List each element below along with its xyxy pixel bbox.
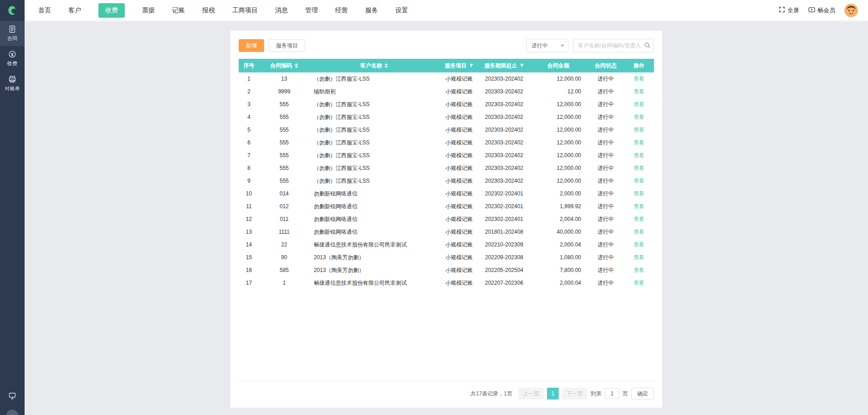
cell-service-item: 小规模记账 <box>439 85 479 98</box>
view-link[interactable]: 查看 <box>633 139 644 146</box>
cell-actions: 查看 <box>624 277 654 289</box>
cell-contract-amount: 12,000.00 <box>529 149 587 162</box>
filter-icon[interactable] <box>520 63 524 68</box>
nav-item-home[interactable]: 首页 <box>38 3 51 18</box>
goto-page-input[interactable] <box>605 388 619 399</box>
cell-service-item: 小规模记账 <box>439 111 479 123</box>
view-link[interactable]: 查看 <box>633 203 644 210</box>
service-items-button[interactable]: 服务项目 <box>269 39 305 52</box>
table-header-row: 序号 合同编码 客户名称 服务项目 服务期限起止 合同金额 合同状态 操作 <box>239 59 654 72</box>
nav-item-tax[interactable]: 报税 <box>202 3 215 18</box>
table-row: 3 555 （勿删）江西服宝-LSS 小规模记账 202303-202402 1… <box>239 98 654 111</box>
col-service-item[interactable]: 服务项目 <box>439 59 479 72</box>
sidebar-item-fee[interactable]: 收费 <box>0 46 25 71</box>
cell-service-item: 小规模记账 <box>439 200 479 213</box>
cell-service-period: 202210-202309 <box>479 238 529 251</box>
filter-icon[interactable] <box>469 63 474 68</box>
cell-customer-name: （勿删）江西服宝-LSS <box>309 149 439 162</box>
avatar[interactable] <box>844 4 858 17</box>
nav-item-bookkeeping[interactable]: 记账 <box>172 3 185 18</box>
view-link[interactable]: 查看 <box>633 190 644 197</box>
sidebar-item-service-desk[interactable] <box>0 388 25 404</box>
nav-item-operations[interactable]: 经营 <box>335 3 348 18</box>
cell-customer-name: （勿删）江西服宝-LSS <box>309 123 439 136</box>
sidebar-item-contract[interactable]: 合同 <box>0 21 25 46</box>
nav-item-invoices[interactable]: 票据 <box>142 3 155 18</box>
cell-contract-status: 进行中 <box>587 174 624 187</box>
cell-contract-code: 555 <box>259 174 309 187</box>
cell-customer-name: （勿删）江西服宝-LSS <box>309 72 439 85</box>
table-row: 5 555 （勿删）江西服宝-LSS 小规模记账 202303-202402 1… <box>239 123 654 136</box>
sidebar-item-label: 合同 <box>7 35 17 42</box>
col-customer-name[interactable]: 客户名称 <box>309 59 439 72</box>
nav-item-fees[interactable]: 收费 <box>98 3 125 18</box>
view-link[interactable]: 查看 <box>633 76 644 82</box>
view-link[interactable]: 查看 <box>633 114 644 120</box>
sort-icon[interactable] <box>295 63 298 68</box>
cell-seq: 9 <box>239 174 259 187</box>
cell-contract-code: 555 <box>259 162 309 174</box>
nav-item-business-projects[interactable]: 工商项目 <box>232 3 258 18</box>
prev-page-button[interactable]: 上一页 <box>518 388 544 400</box>
fee-icon <box>8 50 16 58</box>
col-seq: 序号 <box>239 59 259 72</box>
view-link[interactable]: 查看 <box>633 88 644 95</box>
view-link[interactable]: 查看 <box>633 178 644 184</box>
fullscreen-button[interactable]: 全屏 <box>779 6 799 15</box>
member-button[interactable]: 畅会员 <box>808 6 835 15</box>
cell-customer-name: （勿删）江西服宝-LSS <box>309 98 439 111</box>
table-row: 15 90 2013（陶美芳勿删） 小规模记账 202209-202308 1,… <box>239 251 654 264</box>
cell-actions: 查看 <box>624 174 654 187</box>
cell-customer-name: 辅助期初 <box>309 85 439 98</box>
record-summary: 共17条记录，1页 <box>470 390 512 398</box>
view-link[interactable]: 查看 <box>633 254 644 261</box>
sidebar-item-statement[interactable]: 对账单 <box>0 71 25 96</box>
sort-icon[interactable] <box>384 63 388 68</box>
cell-service-item: 小规模记账 <box>439 225 479 238</box>
view-link[interactable]: 查看 <box>633 229 644 235</box>
table-row: 7 555 （勿删）江西服宝-LSS 小规模记账 202303-202402 1… <box>239 149 654 162</box>
nav-item-management[interactable]: 管理 <box>305 3 318 18</box>
toolbar-right: 进行中 <box>526 39 654 52</box>
sidebar-bottom <box>0 388 25 415</box>
nav-item-services[interactable]: 服务 <box>365 3 378 18</box>
nav-item-customers[interactable]: 客户 <box>68 3 81 18</box>
confirm-button[interactable]: 确定 <box>631 388 654 400</box>
cell-service-item: 小规模记账 <box>439 277 479 289</box>
cell-contract-code: 555 <box>259 123 309 136</box>
table-row: 6 555 （勿删）江西服宝-LSS 小规模记账 202303-202402 1… <box>239 136 654 149</box>
table-row: 9 555 （勿删）江西服宝-LSS 小规模记账 202303-202402 1… <box>239 174 654 187</box>
logo-icon <box>6 5 18 16</box>
table-row: 12 011 勿删新锐网络通信 小规模记账 202302-202401 2,00… <box>239 213 654 225</box>
cell-contract-status: 进行中 <box>587 187 624 200</box>
view-link[interactable]: 查看 <box>633 165 644 171</box>
view-link[interactable]: 查看 <box>633 127 644 133</box>
search-input[interactable] <box>573 39 654 52</box>
help-icon[interactable] <box>6 410 18 415</box>
cell-contract-status: 进行中 <box>587 213 624 225</box>
nav-item-messages[interactable]: 消息 <box>275 3 288 18</box>
contracts-table: 序号 合同编码 客户名称 服务项目 服务期限起止 合同金额 合同状态 操作 1 … <box>239 59 654 289</box>
view-link[interactable]: 查看 <box>633 267 644 273</box>
cell-service-period: 202303-202402 <box>479 123 529 136</box>
add-button[interactable]: 新增 <box>239 39 264 52</box>
app-logo[interactable] <box>0 0 25 21</box>
nav-item-settings[interactable]: 设置 <box>395 3 408 18</box>
view-link[interactable]: 查看 <box>633 241 644 248</box>
view-link[interactable]: 查看 <box>633 280 644 286</box>
cell-contract-status: 进行中 <box>587 264 624 277</box>
table-row: 16 585 2013（陶美芳勿删） 小规模记账 202205-202504 7… <box>239 264 654 277</box>
page-number-button[interactable]: 1 <box>547 388 559 400</box>
col-service-period[interactable]: 服务期限起止 <box>479 59 529 72</box>
cell-contract-code: 1111 <box>259 225 309 238</box>
cell-contract-amount: 1,080.00 <box>529 251 587 264</box>
view-link[interactable]: 查看 <box>633 216 644 222</box>
search-icon[interactable] <box>644 42 651 51</box>
view-link[interactable]: 查看 <box>633 152 644 159</box>
table-row: 2 9999 辅助期初 小规模记账 202303-202402 12.00 进行… <box>239 85 654 98</box>
cell-contract-amount: 12.00 <box>529 85 587 98</box>
col-contract-code[interactable]: 合同编码 <box>259 59 309 72</box>
view-link[interactable]: 查看 <box>633 101 644 108</box>
next-page-button[interactable]: 下一页 <box>562 388 587 400</box>
status-filter-select[interactable]: 进行中 <box>526 39 568 52</box>
